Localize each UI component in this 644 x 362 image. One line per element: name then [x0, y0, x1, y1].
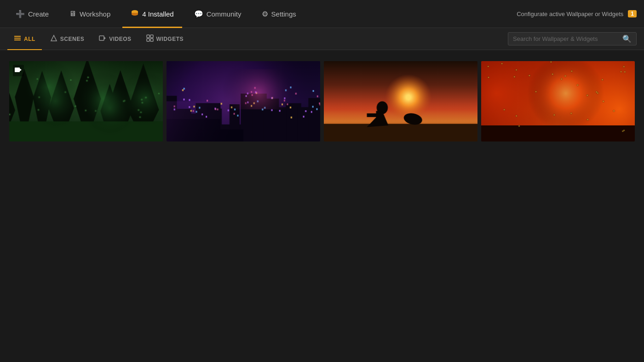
- scenes-icon: [50, 34, 58, 43]
- video-icon: [99, 34, 106, 43]
- configure-text: Configurate active Wallpaper or Widgets: [517, 11, 623, 17]
- gear-icon: ⚙: [262, 10, 268, 18]
- svg-point-4: [132, 13, 138, 16]
- configure-badge: 1: [628, 10, 637, 17]
- svg-marker-10: [104, 37, 106, 40]
- top-navigation: ➕ Create 🖥 Workshop 4 Installed 💬 Co: [0, 0, 644, 28]
- nav-workshop[interactable]: 🖥 Workshop: [61, 0, 119, 28]
- chat-icon: 💬: [194, 10, 203, 18]
- nav-settings[interactable]: ⚙ Settings: [253, 0, 305, 28]
- nav-create[interactable]: ➕ Create: [7, 0, 57, 28]
- filter-videos-label: VIDEOS: [109, 36, 131, 42]
- monitor-icon: 🖥: [69, 10, 76, 18]
- svg-rect-14: [150, 39, 153, 41]
- svg-marker-8: [51, 35, 57, 41]
- widgets-icon: [146, 34, 154, 43]
- nav-installed-label: 4 Installed: [142, 10, 173, 18]
- filter-items: ALL SCENES VIDEOS: [7, 28, 508, 50]
- filter-scenes-label: SCENES: [60, 36, 84, 42]
- nav-workshop-label: Workshop: [80, 10, 110, 18]
- coin-icon: [131, 9, 139, 19]
- nav-installed[interactable]: 4 Installed: [122, 0, 182, 28]
- filter-all-label: ALL: [24, 36, 35, 42]
- nav-community-label: Community: [207, 10, 242, 18]
- svg-rect-9: [99, 36, 104, 40]
- filter-all[interactable]: ALL: [7, 28, 42, 50]
- svg-rect-11: [147, 35, 150, 38]
- nav-community[interactable]: 💬 Community: [186, 0, 250, 28]
- search-input[interactable]: [513, 35, 622, 42]
- filter-widgets-label: WIDGETS: [156, 36, 184, 42]
- svg-rect-12: [150, 35, 153, 38]
- wallpaper-card-4[interactable]: [481, 61, 635, 141]
- filter-widgets[interactable]: WIDGETS: [140, 28, 190, 50]
- filter-bar: ALL SCENES VIDEOS: [0, 28, 644, 50]
- wallpaper-card-1[interactable]: [9, 61, 163, 141]
- filter-scenes[interactable]: SCENES: [44, 28, 91, 50]
- svg-rect-5: [14, 36, 21, 37]
- wallpaper-card-2[interactable]: [167, 61, 320, 141]
- nav-create-label: Create: [28, 10, 49, 18]
- wallpaper-grid: [0, 50, 644, 153]
- search-icon[interactable]: 🔍: [622, 34, 632, 43]
- search-box[interactable]: 🔍: [508, 32, 637, 45]
- wallpaper-card-3[interactable]: [324, 61, 477, 141]
- nav-items-left: ➕ Create 🖥 Workshop 4 Installed 💬 Co: [7, 0, 517, 28]
- filter-videos[interactable]: VIDEOS: [92, 28, 138, 50]
- svg-rect-13: [147, 39, 150, 41]
- plus-icon: ➕: [16, 10, 25, 18]
- all-icon: [14, 34, 21, 43]
- nav-settings-label: Settings: [271, 10, 296, 18]
- svg-rect-7: [14, 40, 21, 40]
- svg-rect-6: [14, 38, 21, 39]
- nav-right: Configurate active Wallpaper or Widgets …: [517, 10, 637, 17]
